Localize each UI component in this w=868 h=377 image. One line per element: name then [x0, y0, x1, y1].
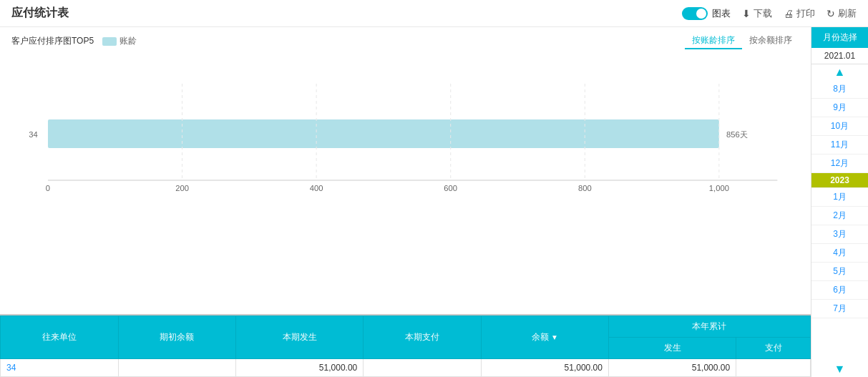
legend-title: 客户应付排序图TOP5 [11, 35, 94, 47]
sidebar-month-9[interactable]: 9月 [811, 99, 868, 117]
th-current-payment: 本期支付 [364, 316, 482, 359]
td-current-payment [364, 359, 482, 377]
sort-tab-aging[interactable]: 按账龄排序 [685, 33, 742, 49]
sidebar-up-button[interactable]: ▲ [811, 64, 868, 80]
svg-text:600: 600 [444, 184, 457, 192]
th-opening-balance: 期初余额 [118, 316, 236, 359]
data-table-area: 往来单位 期初余额 本期发生 本期支付 余额 ▼ 本年累计 发生 [0, 314, 811, 377]
download-icon [742, 8, 751, 19]
toggle-label: 图表 [712, 7, 731, 20]
bar-chart-container: 34 856天 0 200 400 600 800 1,000 [0, 55, 811, 314]
sidebar-month-6[interactable]: 6月 [811, 281, 868, 300]
print-label: 打印 [796, 7, 815, 20]
sidebar-month-12[interactable]: 12月 [811, 155, 868, 173]
sidebar-month-8[interactable]: 8月 [811, 80, 868, 99]
refresh-icon [826, 8, 835, 19]
sidebar-months: 8月 9月 10月 11月 12月 2023 1月 2月 3月 4月 5月 6月… [811, 80, 868, 361]
chart-toggle[interactable] [682, 7, 708, 20]
refresh-label: 刷新 [838, 7, 857, 20]
td-balance: 51,000.00 [481, 359, 608, 377]
header: 应付统计表 图表 下载 打印 刷新 [0, 0, 868, 27]
td-ytd-occur: 51,000.00 [608, 359, 736, 377]
sidebar-month-10[interactable]: 10月 [811, 117, 868, 136]
th-ytd-group: 本年累计 [608, 316, 810, 338]
print-button[interactable]: 打印 [784, 7, 815, 20]
legend-item-aging: 账龄 [102, 35, 137, 47]
chart-legend: 客户应付排序图TOP5 账龄 [11, 35, 137, 47]
sidebar-month-7[interactable]: 7月 [811, 300, 868, 318]
sidebar-year-2023[interactable]: 2023 [811, 173, 868, 188]
sidebar: 月份选择 2021.01 ▲ 8月 9月 10月 11月 12月 2023 1月… [811, 27, 868, 377]
td-current-occur: 51,000.00 [236, 359, 364, 377]
print-icon [784, 8, 794, 19]
bar-chart-svg: 34 856天 0 200 400 600 800 1,000 [11, 55, 799, 212]
sort-tab-balance[interactable]: 按余额排序 [742, 33, 799, 49]
sidebar-month-4[interactable]: 4月 [811, 244, 868, 263]
header-actions: 图表 下载 打印 刷新 [682, 7, 857, 20]
download-button[interactable]: 下载 [742, 7, 772, 20]
main-content: 客户应付排序图TOP5 账龄 按账龄排序 按余额排序 34 [0, 27, 868, 377]
svg-text:800: 800 [578, 184, 592, 192]
th-ytd-occur: 发生 [608, 338, 736, 359]
th-current-occur: 本期发生 [236, 316, 364, 359]
th-balance: 余额 ▼ [481, 316, 608, 359]
td-opening-balance [118, 359, 236, 377]
th-ytd-payment: 支付 [736, 338, 811, 359]
td-ytd-payment [736, 359, 811, 377]
sidebar-header: 月份选择 [811, 27, 868, 48]
page-title: 应付统计表 [11, 6, 682, 21]
sidebar-month-3[interactable]: 3月 [811, 225, 868, 244]
svg-text:400: 400 [310, 184, 323, 192]
chart-toggle-group: 图表 [682, 7, 731, 20]
svg-text:1,000: 1,000 [709, 184, 729, 192]
data-table: 往来单位 期初余额 本期发生 本期支付 余额 ▼ 本年累计 发生 [0, 315, 811, 377]
sidebar-year-display: 2021.01 [811, 48, 868, 64]
download-label: 下载 [754, 7, 772, 20]
svg-text:34: 34 [29, 130, 37, 139]
svg-text:200: 200 [175, 184, 189, 192]
vendor-link[interactable]: 34 [6, 363, 16, 373]
sidebar-month-1[interactable]: 1月 [811, 188, 868, 207]
chart-sort-tabs: 按账龄排序 按余额排序 [685, 33, 799, 49]
chart-area: 客户应付排序图TOP5 账龄 按账龄排序 按余额排序 34 [0, 27, 811, 377]
legend-color-label: 账龄 [120, 35, 137, 47]
sidebar-month-5[interactable]: 5月 [811, 263, 868, 281]
chart-controls: 客户应付排序图TOP5 账龄 按账龄排序 按余额排序 [0, 27, 811, 55]
sidebar-down-button[interactable]: ▼ [811, 361, 868, 377]
refresh-button[interactable]: 刷新 [826, 7, 857, 20]
table-row: 34 51,000.00 51,000.00 51,000.00 [1, 359, 811, 377]
th-vendor: 往来单位 [1, 316, 119, 359]
svg-rect-1 [48, 119, 719, 148]
td-vendor: 34 [1, 359, 119, 377]
svg-text:0: 0 [46, 184, 50, 192]
legend-color-box [102, 37, 117, 46]
svg-text:856天: 856天 [726, 130, 748, 139]
sidebar-month-11[interactable]: 11月 [811, 136, 868, 155]
sidebar-month-2[interactable]: 2月 [811, 207, 868, 225]
